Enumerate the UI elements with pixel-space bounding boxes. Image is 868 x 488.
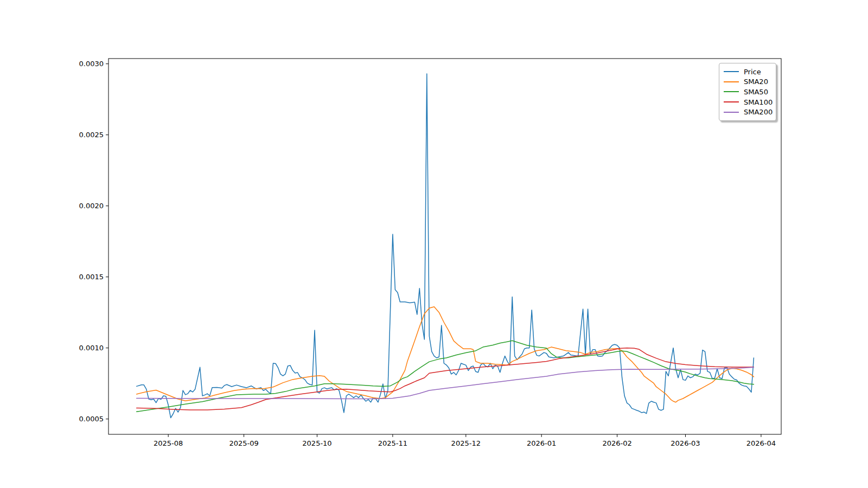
legend-item-price[interactable]: Price (724, 67, 770, 77)
price-line (137, 74, 754, 418)
y-tick-label: 0.0030 (79, 60, 104, 68)
x-tick-label: 2025-10 (302, 439, 331, 447)
legend-item-sma20[interactable]: SMA20 (724, 77, 770, 87)
legend-label: SMA200 (744, 108, 773, 116)
sma50-line (137, 341, 754, 412)
legend-item-sma200[interactable]: SMA200 (724, 107, 770, 117)
y-tick-label: 0.0020 (79, 202, 104, 210)
sma200-line-swatch (724, 112, 739, 113)
sma50-line-swatch (724, 91, 739, 92)
legend-label: SMA50 (744, 88, 768, 96)
x-tick-label: 2025-12 (451, 439, 481, 447)
x-tick-label: 2025-09 (229, 439, 258, 447)
legend-label: SMA20 (744, 78, 768, 86)
legend-item-sma100[interactable]: SMA100 (724, 97, 770, 107)
legend-label: SMA100 (744, 98, 773, 106)
y-tick-label: 0.0010 (79, 344, 104, 352)
figure: 2025-082025-092025-102025-112025-122026-… (0, 0, 868, 488)
y-tick-label: 0.0005 (79, 415, 104, 423)
sma20-line (137, 307, 754, 402)
x-tick-label: 2026-03 (671, 439, 700, 447)
legend-item-sma50[interactable]: SMA50 (724, 87, 770, 97)
price-line-swatch (724, 71, 739, 72)
sma100-line-swatch (724, 101, 739, 102)
x-tick-label: 2025-08 (154, 439, 183, 447)
sma100-line (137, 348, 754, 410)
legend-box: Price SMA20 SMA50 SMA100 SMA200 (719, 63, 776, 121)
x-tick-label: 2026-01 (527, 439, 556, 447)
y-tick-label: 0.0025 (79, 131, 104, 139)
legend-label: Price (744, 68, 761, 76)
axes-frame (108, 59, 781, 434)
x-tick-label: 2026-02 (602, 439, 631, 447)
sma200-line (137, 367, 754, 399)
x-tick-label: 2026-04 (746, 439, 776, 447)
sma20-line-swatch (724, 81, 739, 82)
y-tick-label: 0.0015 (79, 273, 104, 281)
x-tick-label: 2025-11 (378, 439, 407, 447)
